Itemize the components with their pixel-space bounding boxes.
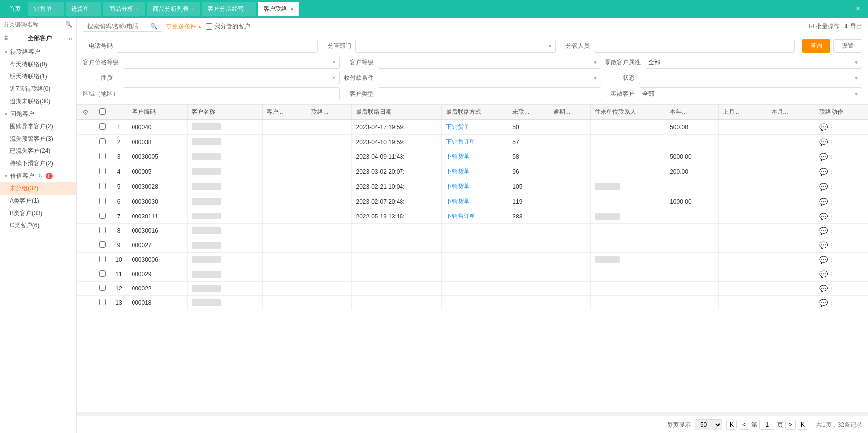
price-level-select[interactable]: ▼ — [123, 56, 340, 69]
chat-icon[interactable]: 💬 — [819, 241, 828, 249]
close-analysis-icon[interactable]: × — [136, 6, 139, 12]
sidebar-item-classC[interactable]: C类客户(6) — [0, 219, 76, 232]
dept-select[interactable]: ▼ — [355, 40, 556, 53]
sidebar-item-7days[interactable]: 近7天待联络(0) — [0, 83, 76, 95]
sidebar-item-classB[interactable]: B类客户(33) — [0, 207, 76, 219]
name-col-header[interactable]: 客户名称 — [188, 105, 263, 120]
nav-tab-customer-tier[interactable]: 客户分层经营 × — [202, 2, 256, 16]
row-checkbox[interactable] — [99, 213, 106, 219]
reset-button[interactable]: 设置 — [833, 39, 862, 53]
type-col-header[interactable]: 客户... — [262, 105, 307, 120]
grid-action-icon[interactable]: ⁝ — [831, 198, 833, 206]
my-customers-checkbox[interactable] — [206, 23, 212, 30]
row-checkbox[interactable] — [99, 299, 106, 305]
row-checkbox[interactable] — [99, 256, 106, 262]
sidebar-item-churned[interactable]: 已流失客户(24) — [0, 145, 76, 157]
first-page-btn[interactable]: K — [726, 420, 737, 430]
method-link[interactable]: 下销货单 — [446, 183, 469, 190]
chat-icon[interactable]: 💬 — [819, 168, 828, 176]
chat-icon[interactable]: 💬 — [819, 153, 828, 161]
nav-tab-sales[interactable]: 销售单 × — [28, 2, 64, 16]
chat-icon[interactable]: 💬 — [819, 270, 828, 278]
row-checkbox[interactable] — [99, 270, 106, 277]
contact-col-header[interactable]: 联络... — [307, 105, 352, 120]
sidebar-group-value[interactable]: ▼ 价值客户 ↻ F — [0, 170, 76, 182]
sidebar-group-problem[interactable]: ▼ 问题客户 — [0, 108, 76, 120]
row-checkbox[interactable] — [99, 198, 106, 204]
sidebar-collapse-btn[interactable]: « — [69, 35, 72, 42]
row-checkbox[interactable] — [99, 123, 106, 130]
close-analysis-list-icon[interactable]: × — [192, 6, 195, 12]
prev-page-btn[interactable]: < — [739, 420, 749, 430]
filter-search-input[interactable] — [87, 23, 148, 30]
grid-action-icon[interactable]: ⁝ — [831, 241, 833, 249]
grid-action-icon[interactable]: ⁝ — [831, 183, 833, 191]
row-checkbox[interactable] — [99, 227, 106, 233]
refresh-icon[interactable]: ↻ — [38, 173, 43, 179]
chat-icon[interactable]: 💬 — [819, 213, 828, 220]
grid-action-icon[interactable]: ⁝ — [831, 285, 833, 292]
sidebar-search-input[interactable] — [4, 21, 63, 27]
chat-icon[interactable]: 💬 — [819, 299, 828, 307]
grid-action-icon[interactable]: ⁝ — [831, 270, 833, 278]
row-checkbox[interactable] — [99, 138, 106, 144]
last-month-col-header[interactable]: 上月... — [718, 105, 767, 120]
sidebar-search-icon[interactable]: 🔍 — [65, 21, 72, 28]
payment-select[interactable]: ▼ — [378, 72, 601, 84]
close-tier-icon[interactable]: × — [247, 6, 250, 12]
sidebar-item-overdue[interactable]: 逾期未联络(30) — [0, 95, 76, 108]
grid-action-icon[interactable]: ⁝ — [831, 227, 833, 235]
next-page-btn[interactable]: > — [785, 420, 796, 430]
nav-home[interactable]: 首页 — [4, 5, 26, 13]
close-all-icon[interactable]: × — [852, 4, 864, 13]
chat-icon[interactable]: 💬 — [819, 256, 828, 264]
nav-tab-customer-contact[interactable]: 客户联络 × — [258, 2, 299, 16]
scatter-select[interactable]: 全部 ▼ — [639, 87, 862, 100]
chat-icon[interactable]: 💬 — [819, 227, 828, 235]
method-link[interactable]: 下销货单 — [446, 123, 469, 130]
chat-icon[interactable]: 💬 — [819, 183, 828, 191]
customer-level-select[interactable]: ▼ — [378, 56, 601, 69]
select-all-checkbox[interactable] — [99, 108, 106, 115]
overdue-col-header[interactable]: 逾期... — [549, 105, 591, 120]
sidebar-item-declining[interactable]: 持续下滑客户(2) — [0, 157, 76, 170]
query-button[interactable]: 查询 — [802, 39, 830, 53]
sidebar-item-today[interactable]: 今天待联络(0) — [0, 58, 76, 71]
grid-action-icon[interactable]: ⁝ — [831, 123, 833, 131]
chat-icon[interactable]: 💬 — [819, 123, 828, 131]
region-select[interactable]: ··· — [123, 87, 340, 100]
close-purchase-icon[interactable]: × — [92, 6, 95, 12]
chat-icon[interactable]: 💬 — [819, 138, 828, 146]
batch-operation-btn[interactable]: ☑ 批量操作 — [809, 22, 840, 31]
chat-icon[interactable]: 💬 — [819, 198, 828, 206]
per-page-select[interactable]: 50 100 200 — [695, 419, 722, 430]
row-checkbox[interactable] — [99, 285, 106, 291]
settings-col-header[interactable]: ⚙ — [77, 105, 95, 120]
customer-type-input[interactable] — [378, 87, 601, 100]
last-date-col-header[interactable]: 最后联络日期 — [352, 105, 442, 120]
nature-select[interactable]: ▼ — [117, 72, 340, 84]
last-method-col-header[interactable]: 最后联络方式 — [442, 105, 508, 120]
method-link[interactable]: 下销货单 — [446, 198, 469, 205]
sidebar-item-abnormal[interactable]: 囤购异常客户(2) — [0, 120, 76, 133]
row-checkbox[interactable] — [99, 241, 106, 248]
filter-search-icon[interactable]: 🔍 — [150, 23, 158, 30]
grid-action-icon[interactable]: ⁝ — [831, 153, 833, 161]
grid-action-icon[interactable]: ⁝ — [831, 138, 833, 146]
close-sales-icon[interactable]: × — [55, 6, 58, 12]
method-link[interactable]: 下销售订单 — [446, 213, 475, 219]
settings-icon[interactable]: ⚙ — [82, 108, 89, 116]
year-amt-col-header[interactable]: 本年... — [666, 105, 718, 120]
grid-action-icon[interactable]: ⁝ — [831, 213, 833, 220]
nav-tab-analysis[interactable]: 商品分析 × — [103, 2, 145, 16]
horizontal-scrollbar[interactable] — [77, 412, 868, 416]
method-link[interactable]: 下销货单 — [446, 153, 469, 160]
grid-action-icon[interactable]: ⁝ — [831, 299, 833, 307]
this-month-col-header[interactable]: 本月... — [767, 105, 815, 120]
phone-input[interactable] — [117, 40, 318, 53]
grid-action-icon[interactable]: ⁝ — [831, 168, 833, 176]
row-checkbox[interactable] — [99, 168, 106, 174]
my-customers-filter[interactable]: 我分管的客户 — [206, 22, 250, 31]
biz-contact-col-header[interactable]: 往来单位联系人 — [591, 105, 666, 120]
grid-action-icon[interactable]: ⁝ — [831, 256, 833, 264]
